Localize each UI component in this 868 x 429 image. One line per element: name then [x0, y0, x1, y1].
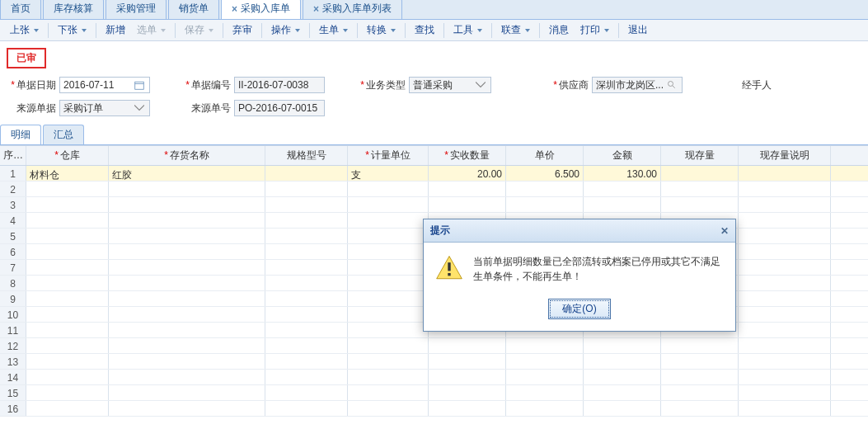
search-icon[interactable]	[665, 78, 678, 92]
cell-price[interactable]	[506, 370, 584, 384]
tab-home[interactable]: 首页	[0, 0, 41, 19]
exit-button[interactable]: 退出	[623, 21, 653, 40]
cell-seq[interactable]: 10	[0, 307, 26, 322]
cell-seq[interactable]: 9	[0, 291, 26, 306]
cell-amt[interactable]	[584, 370, 661, 384]
cell-seq[interactable]: 4	[0, 213, 26, 228]
col-price[interactable]: 单价	[506, 146, 584, 165]
cell-name[interactable]	[109, 401, 265, 416]
cell-spec[interactable]	[265, 166, 348, 181]
cell-unit[interactable]	[348, 182, 429, 196]
cell-wh[interactable]	[26, 213, 109, 228]
cell-wh[interactable]: 材料仓	[26, 166, 109, 181]
cell-price[interactable]	[506, 354, 584, 369]
cell-note[interactable]	[739, 197, 831, 212]
next-button[interactable]: 下张	[53, 21, 91, 40]
cell-unit[interactable]	[348, 291, 429, 306]
generate-button[interactable]: 生单	[314, 21, 353, 40]
cell-stock[interactable]	[661, 182, 739, 196]
cell-wh[interactable]	[26, 229, 109, 243]
cell-wh[interactable]	[26, 244, 109, 259]
cell-price[interactable]	[506, 338, 584, 353]
cell-price[interactable]	[506, 197, 584, 212]
cell-note[interactable]	[739, 182, 831, 196]
cell-unit[interactable]	[348, 197, 429, 212]
biz-type-select[interactable]: 普通采购	[409, 77, 491, 93]
cell-seq[interactable]: 8	[0, 276, 26, 290]
cell-spec[interactable]	[265, 213, 348, 228]
cell-note[interactable]	[739, 385, 831, 400]
cell-wh[interactable]	[26, 197, 109, 212]
subtab-detail[interactable]: 明细	[0, 125, 41, 144]
cell-qty[interactable]	[429, 182, 506, 196]
col-note[interactable]: 现存量说明	[739, 146, 831, 165]
cell-unit[interactable]	[348, 385, 429, 400]
cell-seq[interactable]: 11	[0, 323, 26, 337]
cell-qty[interactable]	[429, 197, 506, 212]
cell-price[interactable]: 6.500	[506, 166, 584, 181]
col-warehouse[interactable]: *仓库	[26, 146, 109, 165]
cell-unit[interactable]	[348, 229, 429, 243]
table-row[interactable]: 13	[0, 354, 868, 370]
cell-unit[interactable]	[348, 323, 429, 337]
subtab-summary[interactable]: 汇总	[43, 125, 84, 144]
cell-seq[interactable]: 6	[0, 244, 26, 259]
cell-note[interactable]	[739, 401, 831, 416]
bill-date-input[interactable]: 2016-07-11	[59, 77, 150, 93]
find-button[interactable]: 查找	[410, 21, 439, 40]
cell-seq[interactable]: 5	[0, 229, 26, 243]
cell-seq[interactable]: 12	[0, 338, 26, 353]
cell-note[interactable]	[739, 276, 831, 290]
cell-amt[interactable]	[584, 197, 661, 212]
cell-wh[interactable]	[26, 260, 109, 275]
cell-name[interactable]	[109, 197, 265, 212]
tab-inventory[interactable]: 库存核算	[43, 0, 104, 19]
prev-button[interactable]: 上张	[5, 21, 44, 40]
cell-spec[interactable]	[265, 385, 348, 400]
message-button[interactable]: 消息	[544, 21, 574, 40]
operate-button[interactable]: 操作	[266, 21, 305, 40]
cell-spec[interactable]	[265, 197, 348, 212]
cell-seq[interactable]: 14	[0, 370, 26, 384]
print-button[interactable]: 打印	[575, 21, 614, 40]
cell-name[interactable]: 红胶	[109, 166, 265, 181]
cell-note[interactable]	[739, 370, 831, 384]
cell-name[interactable]	[109, 291, 265, 306]
cell-stock[interactable]	[661, 166, 739, 181]
cell-stock[interactable]	[661, 354, 739, 369]
cell-seq[interactable]: 3	[0, 197, 26, 212]
cell-name[interactable]	[109, 354, 265, 369]
cell-wh[interactable]	[26, 291, 109, 306]
cell-spec[interactable]	[265, 229, 348, 243]
cell-spec[interactable]	[265, 323, 348, 337]
cell-seq[interactable]: 15	[0, 385, 26, 400]
tab-purchase[interactable]: 采购管理	[106, 0, 167, 19]
cell-price[interactable]	[506, 385, 584, 400]
tab-sales[interactable]: 销货单	[168, 0, 219, 19]
cell-unit[interactable]	[348, 244, 429, 259]
col-name[interactable]: *存货名称	[109, 146, 265, 165]
handler-input[interactable]	[775, 77, 849, 93]
cell-name[interactable]	[109, 260, 265, 275]
cell-seq[interactable]: 1	[0, 166, 26, 181]
cell-wh[interactable]	[26, 401, 109, 416]
supplier-input[interactable]: 深圳市龙岗区...	[592, 77, 683, 93]
cell-spec[interactable]	[265, 401, 348, 416]
cell-price[interactable]	[506, 182, 584, 196]
cell-amt[interactable]	[584, 338, 661, 353]
src-bill-select[interactable]: 采购订单	[59, 100, 150, 116]
cell-wh[interactable]	[26, 276, 109, 290]
cell-spec[interactable]	[265, 307, 348, 322]
cell-unit[interactable]	[348, 401, 429, 416]
cell-stock[interactable]	[661, 370, 739, 384]
cell-wh[interactable]	[26, 354, 109, 369]
cell-unit[interactable]: 支	[348, 166, 429, 181]
cell-amt[interactable]	[584, 354, 661, 369]
cell-unit[interactable]	[348, 276, 429, 290]
cell-note[interactable]	[739, 229, 831, 243]
cell-spec[interactable]	[265, 182, 348, 196]
cell-wh[interactable]	[26, 182, 109, 196]
cell-spec[interactable]	[265, 338, 348, 353]
cell-unit[interactable]	[348, 213, 429, 228]
close-icon[interactable]: ×	[313, 3, 319, 15]
